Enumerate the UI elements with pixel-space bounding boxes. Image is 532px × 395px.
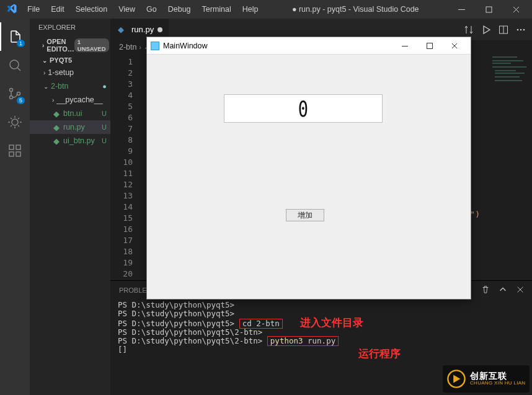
sidebar-title: EXPLORER bbox=[30, 19, 110, 36]
untracked-status: U bbox=[102, 137, 107, 144]
term-line: PS D:\study\python\pyqt5> bbox=[118, 301, 525, 309]
extensions-icon[interactable] bbox=[0, 136, 30, 165]
more-icon[interactable] bbox=[516, 25, 526, 35]
annotation-run: 运行程序 bbox=[358, 349, 401, 359]
svg-point-5 bbox=[17, 92, 20, 95]
file-tree: ›1-setup ⌄2-btn● ›__pycache__ ◆btn.uiU ◆… bbox=[30, 66, 110, 148]
chevron-right-icon: › bbox=[42, 42, 44, 49]
close-icon[interactable] bbox=[516, 285, 525, 295]
folder-pycache[interactable]: ›__pycache__ bbox=[30, 93, 110, 107]
term-cursor: [] bbox=[118, 345, 525, 354]
breadcrumb-folder[interactable]: 2-btn bbox=[119, 43, 137, 51]
open-editors-label: OPEN EDITO… bbox=[47, 38, 74, 53]
brand-mark-icon bbox=[446, 369, 466, 389]
chevron-right-icon: › bbox=[140, 44, 141, 51]
lcd-value: 0 bbox=[298, 96, 308, 122]
minimize-icon[interactable] bbox=[448, 0, 475, 19]
menu-debug[interactable]: Debug bbox=[163, 2, 196, 16]
folder-1-setup[interactable]: ›1-setup bbox=[30, 66, 110, 79]
split-icon[interactable] bbox=[499, 25, 508, 35]
window-title: ● run.py - pyqt5 - Visual Studio Code bbox=[264, 5, 448, 14]
brand-en: CHUANG XIN HU LIAN bbox=[470, 381, 525, 386]
svg-point-2 bbox=[10, 60, 19, 69]
pyqt-body: 0 增加 bbox=[147, 55, 471, 299]
svg-rect-15 bbox=[402, 46, 408, 47]
term-line: PS D:\study\python\pyqt5\2-btn> bbox=[118, 328, 525, 337]
sidebar: EXPLORER › OPEN EDITO… 1 UNSAVED ⌄ PYQT5… bbox=[30, 19, 110, 395]
unsaved-badge: 1 UNSAVED bbox=[74, 38, 109, 52]
search-icon[interactable] bbox=[0, 51, 30, 79]
close-icon[interactable] bbox=[502, 0, 530, 19]
maximize-icon[interactable] bbox=[475, 0, 502, 19]
vscode-logo-icon bbox=[6, 3, 19, 16]
svg-rect-7 bbox=[9, 145, 14, 149]
minimize-icon[interactable] bbox=[392, 38, 417, 54]
modified-dot-icon bbox=[157, 27, 162, 32]
chevron-down-icon: ⌄ bbox=[42, 57, 47, 64]
brand-cn: 创新互联 bbox=[470, 371, 525, 381]
workspace-header[interactable]: ⌄ PYQT5 bbox=[30, 55, 110, 66]
svg-rect-10 bbox=[16, 145, 20, 149]
close-icon[interactable] bbox=[442, 38, 467, 54]
line-gutter: 1234567891011121314151617181920 bbox=[110, 54, 140, 280]
svg-point-3 bbox=[10, 89, 13, 92]
menu-view[interactable]: View bbox=[113, 2, 140, 16]
scm-badge: 5 bbox=[17, 97, 25, 104]
watermark-logo: 创新互联 CHUANG XIN HU LIAN bbox=[443, 365, 530, 393]
svg-point-14 bbox=[523, 29, 525, 30]
increment-button[interactable]: 增加 bbox=[286, 209, 324, 221]
file-icon: ◆ bbox=[52, 109, 61, 118]
menu-file[interactable]: File bbox=[22, 2, 45, 16]
code-fragment: ") bbox=[470, 209, 480, 220]
term-line: PS D:\study\python\pyqt5> cd 2-btn进入文件目录 bbox=[118, 318, 525, 328]
source-control-icon[interactable]: 5 bbox=[0, 79, 30, 108]
debug-icon[interactable] bbox=[0, 108, 30, 136]
menu-go[interactable]: Go bbox=[141, 2, 162, 16]
qt-logo-icon bbox=[151, 42, 159, 50]
python-file-icon: ◆ bbox=[117, 25, 125, 34]
python-file-icon: ◆ bbox=[52, 123, 61, 131]
svg-rect-9 bbox=[16, 152, 20, 156]
open-editors-header[interactable]: › OPEN EDITO… 1 UNSAVED bbox=[30, 36, 110, 55]
run-icon[interactable] bbox=[481, 25, 491, 35]
chevron-down-icon: ⌄ bbox=[43, 83, 48, 90]
compare-icon[interactable] bbox=[464, 25, 474, 35]
untracked-status: U bbox=[102, 110, 107, 117]
folder-2-btn[interactable]: ⌄2-btn● bbox=[30, 79, 110, 93]
titlebar: File Edit Selection View Go Debug Termin… bbox=[0, 0, 532, 19]
svg-point-6 bbox=[12, 119, 18, 125]
file-btn-ui[interactable]: ◆btn.uiU bbox=[30, 107, 110, 120]
highlight-box: python3 run.py bbox=[267, 336, 339, 346]
file-run-py[interactable]: ◆run.pyU bbox=[30, 120, 110, 134]
pyqt-window[interactable]: MainWindow 0 增加 bbox=[146, 37, 471, 300]
svg-rect-0 bbox=[458, 9, 465, 10]
python-file-icon: ◆ bbox=[52, 136, 61, 145]
menu-bar: File Edit Selection View Go Debug Termin… bbox=[22, 2, 264, 16]
chevron-right-icon: › bbox=[43, 69, 45, 76]
pyqt-title: MainWindow bbox=[163, 42, 208, 50]
files-badge: 1 bbox=[17, 40, 25, 47]
svg-point-4 bbox=[10, 96, 13, 99]
pyqt-titlebar[interactable]: MainWindow bbox=[147, 37, 471, 55]
svg-rect-8 bbox=[9, 152, 14, 156]
activity-bar: 1 5 bbox=[0, 19, 30, 395]
menu-selection[interactable]: Selection bbox=[71, 2, 112, 16]
tab-label: run.py bbox=[131, 25, 154, 34]
term-line: PS D:\study\python\pyqt5\2-btn> python3 … bbox=[118, 337, 525, 345]
menu-help[interactable]: Help bbox=[237, 2, 264, 16]
untracked-status: U bbox=[102, 123, 107, 131]
file-ui-btn-py[interactable]: ◆ui_btn.pyU bbox=[30, 134, 110, 148]
trash-icon[interactable] bbox=[481, 285, 490, 295]
svg-rect-1 bbox=[486, 7, 492, 12]
svg-point-13 bbox=[520, 29, 522, 30]
explorer-icon[interactable]: 1 bbox=[0, 22, 30, 51]
minimap[interactable] bbox=[489, 54, 532, 280]
chevron-right-icon: › bbox=[52, 97, 54, 104]
lcd-display: 0 bbox=[224, 94, 383, 123]
menu-terminal[interactable]: Terminal bbox=[197, 2, 236, 16]
chevron-up-icon[interactable] bbox=[499, 285, 507, 295]
maximize-icon[interactable] bbox=[417, 38, 442, 54]
svg-rect-16 bbox=[427, 43, 433, 48]
svg-point-12 bbox=[517, 29, 519, 30]
menu-edit[interactable]: Edit bbox=[46, 2, 69, 16]
